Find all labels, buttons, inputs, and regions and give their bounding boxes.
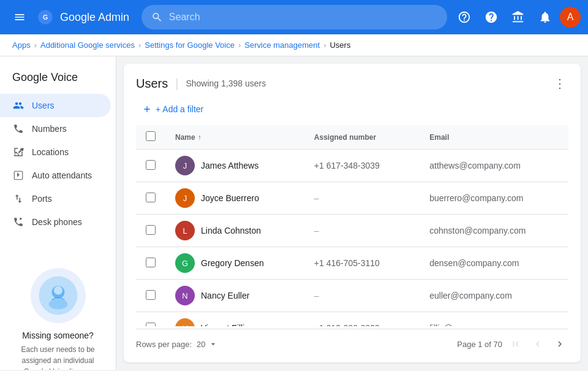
sidebar-item-desk-phones-label: Desk phones xyxy=(32,217,82,227)
auto-attendants-icon xyxy=(12,170,24,181)
row-checkbox-4[interactable] xyxy=(146,290,156,300)
table-row: VVincent Fillis+1 213-930-0023fillis@com… xyxy=(136,312,568,327)
breadcrumb-additional[interactable]: Additional Google services xyxy=(40,40,135,50)
users-table: Name ↑ Assigned number Email JJames Atth… xyxy=(136,125,568,326)
sidebar-item-users[interactable]: Users xyxy=(0,94,111,117)
user-avatar-3: G xyxy=(175,253,195,273)
sort-icon: ↑ xyxy=(198,133,202,142)
user-phone-cell-3: +1 416-705-3110 xyxy=(304,247,420,280)
add-filter-button[interactable]: + Add a filter xyxy=(136,101,568,118)
sidebar-illustration xyxy=(31,268,86,323)
desk-phones-icon xyxy=(12,216,24,228)
table-row: LLinda Cohnston–cohnston@company.com xyxy=(136,215,568,247)
user-name-label-0: James Atthews xyxy=(201,161,258,170)
breadcrumb-current: Users xyxy=(330,40,350,50)
user-avatar-4: N xyxy=(175,286,195,305)
user-avatar-1: J xyxy=(175,188,195,208)
content-title-area: Users | Showing 1,398 users xyxy=(136,77,266,91)
locations-icon xyxy=(12,147,24,158)
breadcrumb-settings[interactable]: Settings for Google Voice xyxy=(145,40,235,50)
user-avatar-5: V xyxy=(175,318,195,326)
search-bar[interactable] xyxy=(141,5,447,29)
sidebar-description: Each user needs to be assigned an indivi… xyxy=(12,344,104,370)
sidebar-item-desk-phones[interactable]: Desk phones xyxy=(0,210,111,234)
user-email-cell-3: densen@company.com xyxy=(420,247,568,280)
row-checkbox-2[interactable] xyxy=(146,225,156,235)
table-row: GGregory Densen+1 416-705-3110densen@com… xyxy=(136,247,568,280)
sidebar-missing-title: Missing someone? xyxy=(12,331,104,340)
numbers-icon xyxy=(12,123,24,134)
user-name-cell-3: GGregory Densen xyxy=(165,247,304,280)
user-name-label-1: Joyce Buerrero xyxy=(201,193,259,203)
sidebar-item-numbers[interactable]: Numbers xyxy=(0,117,111,140)
user-name-label-4: Nancy Euller xyxy=(201,291,249,300)
rows-per-page-value: 20 xyxy=(197,340,205,349)
menu-icon[interactable] xyxy=(7,5,32,29)
user-name-cell-1: JJoyce Buerrero xyxy=(165,182,304,215)
table-row: NNancy Euller–euller@company.com xyxy=(136,280,568,312)
user-name-cell-0: JJames Atthews xyxy=(165,150,304,182)
first-page-button[interactable] xyxy=(507,335,524,353)
sidebar-item-locations[interactable]: Locations xyxy=(0,140,111,164)
content-subtitle: Showing 1,398 users xyxy=(186,78,266,88)
more-options-button[interactable]: ⋮ xyxy=(551,74,568,93)
sidebar-bottom-card: Missing someone? Each user needs to be a… xyxy=(0,258,116,370)
breadcrumb-sep-3: › xyxy=(238,40,241,50)
sidebar-item-users-label: Users xyxy=(32,101,55,110)
row-checkbox-5[interactable] xyxy=(146,323,156,327)
user-name-cell-5: VVincent Fillis xyxy=(165,312,304,327)
row-checkbox-3[interactable] xyxy=(146,258,156,267)
rows-per-page-control: Rows per page: 20 xyxy=(136,339,218,349)
user-email-cell-4: euller@company.com xyxy=(420,280,568,312)
user-email-cell-5: fillis@company.com xyxy=(420,312,568,327)
row-checkbox-1[interactable] xyxy=(146,193,156,202)
user-avatar-2: L xyxy=(175,221,195,240)
select-all-checkbox[interactable] xyxy=(146,131,156,141)
user-phone-cell-2: – xyxy=(304,215,420,247)
apps-icon[interactable] xyxy=(506,5,530,29)
svg-point-3 xyxy=(48,299,67,310)
row-checkbox-0[interactable] xyxy=(146,160,156,170)
sidebar-item-ports[interactable]: Ports xyxy=(0,187,111,210)
nav-icon-group: A xyxy=(452,5,581,29)
user-avatar[interactable]: A xyxy=(560,7,581,28)
user-avatar-0: J xyxy=(175,156,195,175)
pagination-controls: Page 1 of 70 xyxy=(457,335,568,353)
search-icon xyxy=(151,11,163,23)
user-phone-cell-1: – xyxy=(304,182,420,215)
prev-page-button[interactable] xyxy=(529,335,546,353)
user-name-cell-2: LLinda Cohnston xyxy=(165,215,304,247)
user-name-label-2: Linda Cohnston xyxy=(201,226,261,235)
user-phone-cell-0: +1 617-348-3039 xyxy=(304,150,420,182)
page-info: Page 1 of 70 xyxy=(457,340,502,349)
user-phone-cell-4: – xyxy=(304,280,420,312)
breadcrumb-sep-2: › xyxy=(138,40,141,50)
users-table-container: Name ↑ Assigned number Email JJames Atth… xyxy=(136,125,568,326)
sidebar-title: Google Voice xyxy=(0,66,116,94)
user-name-label-3: Gregory Densen xyxy=(201,258,264,268)
notifications-icon[interactable] xyxy=(533,5,557,29)
breadcrumb: Apps › Additional Google services › Sett… xyxy=(0,34,588,56)
table-row: JJoyce Buerrero–buerrero@company.com xyxy=(136,182,568,215)
main-content: Users | Showing 1,398 users ⋮ + Add a fi… xyxy=(124,64,581,362)
help-icon[interactable] xyxy=(479,5,503,29)
content-header: Users | Showing 1,398 users ⋮ xyxy=(136,74,568,93)
search-input[interactable] xyxy=(169,12,437,23)
sidebar-item-numbers-label: Numbers xyxy=(32,124,67,134)
sidebar-item-auto-attendants-label: Auto attendants xyxy=(32,170,92,180)
contact-support-icon[interactable] xyxy=(452,5,477,29)
sidebar-item-locations-label: Locations xyxy=(32,147,69,157)
sidebar-item-auto-attendants[interactable]: Auto attendants xyxy=(0,164,111,187)
breadcrumb-apps[interactable]: Apps xyxy=(12,40,31,50)
sidebar-item-ports-label: Ports xyxy=(32,194,52,204)
user-email-cell-2: cohnston@company.com xyxy=(420,215,568,247)
users-table-body: JJames Atthews+1 617-348-3039atthews@com… xyxy=(136,150,568,327)
user-name-label-5: Vincent Fillis xyxy=(201,323,249,326)
breadcrumb-sep-4: › xyxy=(323,40,326,50)
user-email-cell-0: atthews@company.com xyxy=(420,150,568,182)
breadcrumb-service[interactable]: Service management xyxy=(244,40,320,50)
next-page-button[interactable] xyxy=(551,335,568,353)
name-column-header[interactable]: Name ↑ xyxy=(165,125,304,150)
ports-icon xyxy=(12,193,24,204)
rows-per-page-select[interactable]: 20 xyxy=(197,339,217,349)
